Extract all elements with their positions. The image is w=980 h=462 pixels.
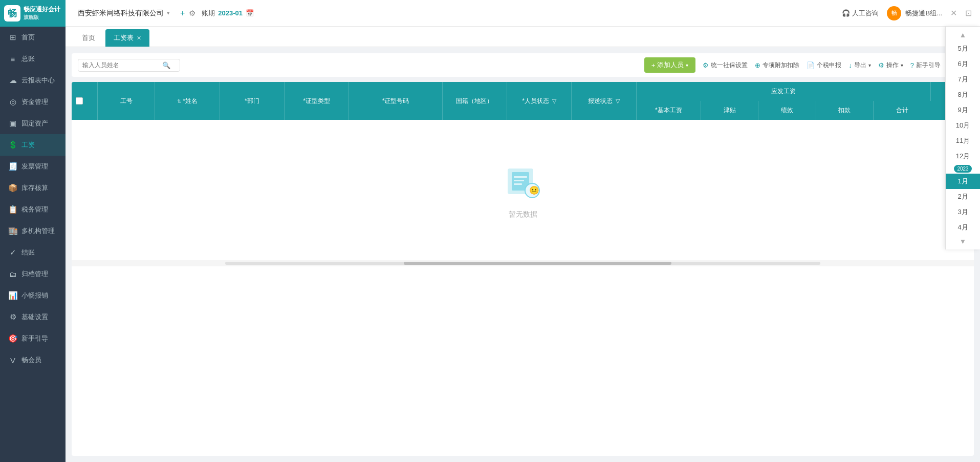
th-id-number: *证型号码 <box>349 82 442 120</box>
select-all-checkbox[interactable] <box>76 97 83 104</box>
calendar-icon[interactable]: 📅 <box>246 9 254 17</box>
date-month-5[interactable]: 5月 <box>946 41 980 56</box>
date-month-2[interactable]: 2月 <box>946 189 980 204</box>
horizontal-scrollbar[interactable] <box>72 260 974 266</box>
sidebar-item-fund[interactable]: ◎ 资金管理 <box>0 91 66 113</box>
export-btn[interactable]: ↓ 导出 ▾ <box>848 61 871 70</box>
tab-close-icon[interactable]: ✕ <box>137 35 141 41</box>
salary-table: 工号 ⇅ *姓名 *部门 *证型类型 *证型号码 <box>72 82 974 260</box>
add-person-button[interactable]: + 添加人员 ▾ <box>644 57 696 73</box>
salary-table-wrapper: 工号 ⇅ *姓名 *部门 *证型类型 *证型号码 <box>72 82 974 456</box>
tab-home[interactable]: 首页 <box>74 29 103 47</box>
topbar-right: 🎧 人工咨询 畅 畅捷通B组... ✕ ⊡ <box>842 6 972 20</box>
support-btn[interactable]: 🎧 人工咨询 <box>842 9 879 18</box>
th-report-status: 报送状态 ▽ <box>572 82 636 120</box>
logo-icon: 畅 <box>4 5 20 22</box>
date-month-6[interactable]: 6月 <box>946 56 980 72</box>
home-icon: ⊞ <box>8 33 17 42</box>
sidebar-item-ledger[interactable]: ≡ 总账 <box>0 48 66 70</box>
sidebar-item-settings[interactable]: ⚙ 基础设置 <box>0 306 66 328</box>
svg-text:😐: 😐 <box>529 185 539 195</box>
guide-icon: 🎯 <box>8 334 17 343</box>
close-window-btn[interactable]: ✕ <box>950 8 957 18</box>
add-company-icon[interactable]: + <box>180 9 185 18</box>
empty-icon: 😐 <box>503 161 543 202</box>
plus-circle-icon: ⊕ <box>755 61 760 69</box>
sidebar-item-fixed-assets[interactable]: ▣ 固定资产 <box>0 113 66 134</box>
fund-icon: ◎ <box>8 97 17 107</box>
company-name: 西安虾米网络科技有限公司 <box>78 9 164 18</box>
th-base-salary: *基本工资 <box>636 101 701 120</box>
date-month-11[interactable]: 11月 <box>946 133 980 149</box>
th-nationality: 国籍（地区） <box>442 82 507 120</box>
maximize-window-btn[interactable]: ⊡ <box>965 8 972 18</box>
tab-home-label: 首页 <box>82 33 95 43</box>
date-month-3[interactable]: 3月 <box>946 204 980 220</box>
empty-text: 暂无数据 <box>509 210 537 219</box>
user-area: 畅 畅捷通B组... <box>887 6 942 20</box>
date-month-12[interactable]: 12月 <box>946 149 980 164</box>
th-id-type: *证型类型 <box>284 82 349 120</box>
sidebar-item-tax[interactable]: 📋 税务管理 <box>0 199 66 220</box>
th-employee-id: 工号 <box>98 82 155 120</box>
sidebar-item-inventory[interactable]: 📦 库存核算 <box>0 177 66 199</box>
company-selector[interactable]: 西安虾米网络科技有限公司 ▾ <box>74 7 174 20</box>
tax-report-btn[interactable]: 📄 个税申报 <box>807 61 841 70</box>
sidebar-item-salary[interactable]: 💲 工资 <box>0 134 66 156</box>
app-logo: 畅 畅应通好会计 旗舰版 <box>0 0 66 27</box>
sidebar-item-invoice[interactable]: 🧾 发票管理 <box>0 156 66 177</box>
search-input[interactable] <box>82 61 159 69</box>
toolbar-right: + 添加人员 ▾ ⚙ 统一社保设置 ⊕ 专项附加扣除 📄 个税申报 ↓ <box>644 57 968 73</box>
sort-icon: ⇅ <box>177 98 181 104</box>
social-security-btn[interactable]: ⚙ 统一社保设置 <box>703 61 748 70</box>
membership-icon: V <box>8 356 17 365</box>
settings-company-icon[interactable]: ⚙ <box>189 9 195 18</box>
scrollbar-thumb[interactable] <box>404 262 671 265</box>
logo-text: 畅应通好会计 旗舰版 <box>24 6 60 21</box>
search-box[interactable]: 🔍 <box>78 59 180 72</box>
salary-icon: 💲 <box>8 140 17 150</box>
multi-org-icon: 🏬 <box>8 226 17 236</box>
operations-btn[interactable]: ⚙ 操作 ▾ <box>878 61 903 70</box>
date-month-4[interactable]: 4月 <box>946 220 980 235</box>
inventory-icon: 📦 <box>8 183 17 193</box>
cloud-icon: ☁ <box>8 76 17 85</box>
sidebar-item-expense[interactable]: 📊 小畅报销 <box>0 285 66 306</box>
ledger-icon: ≡ <box>8 55 17 64</box>
special-deduction-btn[interactable]: ⊕ 专项附加扣除 <box>755 61 799 70</box>
sidebar-item-archive[interactable]: 🗂 归档管理 <box>0 263 66 285</box>
th-performance: 绩效 <box>758 101 816 120</box>
checkmark-icon: ✓ <box>8 248 17 257</box>
sidebar-item-guide[interactable]: 🎯 新手引导 <box>0 328 66 349</box>
tax-icon: 📋 <box>8 205 17 214</box>
date-month-7[interactable]: 7月 <box>946 72 980 87</box>
sidebar-item-home[interactable]: ⊞ 首页 <box>0 27 66 48</box>
th-payable-wages-group: 应发工资 <box>636 82 930 101</box>
salary-toolbar: 🔍 + 添加人员 ▾ ⚙ 统一社保设置 ⊕ 专项附加扣除 📄 <box>72 53 974 77</box>
date-nav-up[interactable]: ▲ <box>960 29 967 41</box>
status-filter-icon[interactable]: ▽ <box>552 98 556 104</box>
chevron-down-icon: ▾ <box>167 10 170 16</box>
date-month-10[interactable]: 10月 <box>946 118 980 133</box>
th-checkbox[interactable] <box>72 82 98 120</box>
th-person-status: *人员状态 ▽ <box>507 82 572 120</box>
date-nav-down[interactable]: ▼ <box>960 235 967 247</box>
svg-rect-2 <box>514 176 527 178</box>
sidebar-item-membership[interactable]: V 畅会员 <box>0 349 66 371</box>
dropdown-icon: ▾ <box>686 62 688 68</box>
sidebar-item-cloud-report[interactable]: ☁ 云报表中心 <box>0 70 66 91</box>
period-display: 账期 2023-01 📅 <box>202 9 254 18</box>
sidebar-item-close-period[interactable]: ✓ 结账 <box>0 242 66 263</box>
tab-salary[interactable]: 工资表 ✕ <box>105 29 149 47</box>
date-month-8[interactable]: 8月 <box>946 87 980 102</box>
period-value: 2023-01 <box>218 9 243 17</box>
date-month-9[interactable]: 9月 <box>946 102 980 118</box>
archive-icon: 🗂 <box>8 270 17 279</box>
report-filter-icon[interactable]: ▽ <box>616 98 620 104</box>
date-month-1[interactable]: 1月 <box>946 174 980 189</box>
settings-icon: ⚙ <box>8 312 17 322</box>
year-badge: 2023 <box>954 165 971 173</box>
topbar: 西安虾米网络科技有限公司 ▾ + ⚙ 账期 2023-01 📅 🎧 人工咨询 畅… <box>66 0 980 27</box>
sidebar-item-multi-org[interactable]: 🏬 多机构管理 <box>0 220 66 242</box>
guide-btn[interactable]: ? 新手引导 <box>910 61 941 70</box>
